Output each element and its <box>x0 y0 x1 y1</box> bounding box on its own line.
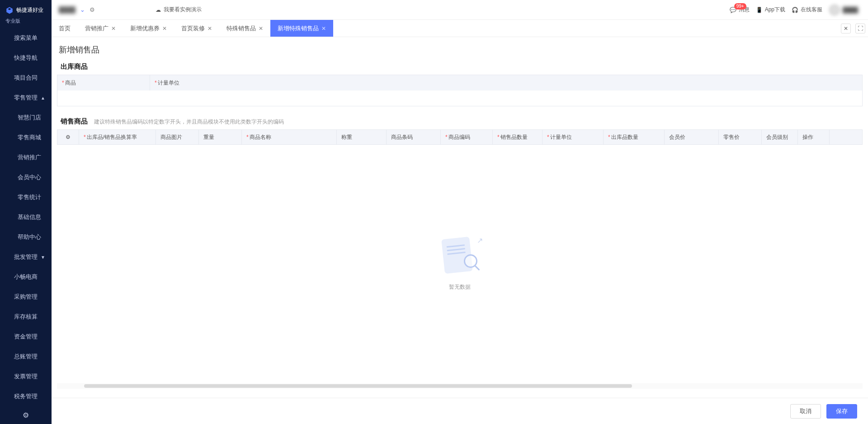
close-icon[interactable]: ✕ <box>208 25 212 32</box>
sales-table-header: ⚙ *出库品/销售品换算率商品图片重量*商品名称称重商品条码*商品编码*销售品数… <box>57 129 863 145</box>
mobile-icon: 📱 <box>756 7 763 13</box>
sidebar-settings[interactable]: ⚙ <box>0 406 52 424</box>
cloud-icon: ☁ <box>156 7 161 13</box>
sales-col-7: *销售品数量 <box>493 130 542 144</box>
horizontal-scrollbar[interactable] <box>57 383 863 389</box>
outbound-title: 出库商品 <box>61 62 88 71</box>
cancel-button[interactable]: 取消 <box>790 404 821 419</box>
sidebar-item-4[interactable]: 智慧门店 <box>0 108 52 128</box>
sales-table-body: ↗ 暂无数据 <box>57 145 863 381</box>
tab-label: 特殊销售品 <box>226 24 256 33</box>
sidebar-item-18[interactable]: 税务管理 <box>0 386 52 406</box>
header-bar: ████ ⌄ ⚙ ☁ 我要看实例演示 💬 99+ 消息 📱 App下载 🎧 在线… <box>52 0 868 20</box>
sidebar-item-0[interactable]: 搜索菜单 <box>0 28 52 48</box>
sales-col-4: 称重 <box>337 130 387 144</box>
tab-label: 新增特殊销售品 <box>278 24 319 33</box>
tab-label: 首页 <box>59 24 71 33</box>
tab-3[interactable]: 首页装修✕ <box>174 20 219 37</box>
sales-col-2: 重量 <box>199 130 242 144</box>
sales-col-0: *出库品/销售品换算率 <box>79 130 156 144</box>
sidebar-item-15[interactable]: 资金管理 <box>0 327 52 347</box>
sales-col-6: *商品编码 <box>441 130 493 144</box>
sidebar-item-12[interactable]: 小畅电商 <box>0 267 52 287</box>
outbound-row[interactable] <box>57 91 862 106</box>
caret-down-icon: ▼ <box>41 255 45 260</box>
sidebar-item-7[interactable]: 会员中心 <box>0 167 52 187</box>
user-menu[interactable]: ████ <box>829 4 861 16</box>
tab-1[interactable]: 营销推广✕ <box>78 20 123 37</box>
org-name: ████ <box>59 6 75 13</box>
gear-icon[interactable]: ⚙ <box>90 6 95 13</box>
sales-col-13: 操作 <box>798 130 830 144</box>
avatar <box>829 4 840 16</box>
footer-actions: 取消 保存 <box>52 398 868 424</box>
headset-icon: 🎧 <box>792 7 798 13</box>
tab-2[interactable]: 新增优惠券✕ <box>123 20 174 37</box>
tab-5[interactable]: 新增特殊销售品✕ <box>270 20 333 37</box>
sales-col-12: 会员级别 <box>762 130 798 144</box>
customer-service-button[interactable]: 🎧 在线客服 <box>792 6 822 14</box>
demo-label: 我要看实例演示 <box>164 6 202 14</box>
sidebar-item-2[interactable]: 项目合同 <box>0 68 52 88</box>
close-icon[interactable]: ✕ <box>111 25 116 32</box>
empty-state-illustration: ↗ <box>435 235 485 276</box>
close-icon[interactable]: ✕ <box>321 25 326 32</box>
username: ████ <box>843 7 861 13</box>
sales-title: 销售商品 <box>61 117 88 126</box>
sales-col-9: *出库品数量 <box>604 130 665 144</box>
brand-icon <box>5 6 14 14</box>
gear-icon: ⚙ <box>23 411 29 419</box>
sidebar-item-17[interactable]: 发票管理 <box>0 367 52 386</box>
sales-col-8: *计量单位 <box>542 130 604 144</box>
empty-state-text: 暂无数据 <box>449 283 471 291</box>
sales-col-10: 会员价 <box>665 130 719 144</box>
fullscreen-button[interactable]: ⛶ <box>855 24 865 33</box>
sales-hint: 建议特殊销售品编码以特定数字开头，并且商品模块不使用此类数字开头的编码 <box>94 118 284 126</box>
brand-name: 畅捷通好业 <box>16 6 43 14</box>
sidebar-item-1[interactable]: 快捷导航 <box>0 48 52 68</box>
close-icon[interactable]: ✕ <box>259 25 263 32</box>
sales-section: 销售商品 建议特殊销售品编码以特定数字开头，并且商品模块不使用此类数字开头的编码… <box>57 115 863 389</box>
sidebar-item-3[interactable]: 零售管理▲ <box>0 88 52 108</box>
demo-link[interactable]: ☁ 我要看实例演示 <box>156 6 202 14</box>
sales-col-11: 零售价 <box>719 130 762 144</box>
outbound-table: *商品 *计量单位 <box>57 75 863 106</box>
sidebar-item-6[interactable]: 营销推广 <box>0 148 52 167</box>
tab-label: 营销推广 <box>85 24 108 33</box>
save-button[interactable]: 保存 <box>826 404 857 419</box>
outbound-col-product: *商品 <box>57 75 150 91</box>
sidebar-item-14[interactable]: 库存核算 <box>0 307 52 327</box>
tab-label: 新增优惠券 <box>130 24 160 33</box>
sidebar-item-8[interactable]: 零售统计 <box>0 187 52 207</box>
sidebar-item-11[interactable]: 批发管理▼ <box>0 247 52 267</box>
caret-up-icon: ▲ <box>41 95 45 100</box>
sidebar-item-9[interactable]: 基础信息 <box>0 207 52 227</box>
message-button[interactable]: 💬 99+ 消息 <box>730 6 750 14</box>
sidebar-item-10[interactable]: 帮助中心 <box>0 227 52 247</box>
outbound-col-unit: *计量单位 <box>150 75 862 91</box>
table-settings-button[interactable]: ⚙ <box>57 130 79 144</box>
outbound-section: 出库商品 *商品 *计量单位 <box>57 61 863 106</box>
app-download-label: App下载 <box>765 6 785 14</box>
close-icon[interactable]: ✕ <box>162 25 167 32</box>
sidebar: 畅捷通好业 专业版 搜索菜单快捷导航项目合同零售管理▲智慧门店零售商城营销推广会… <box>0 0 52 424</box>
service-label: 在线客服 <box>801 6 822 14</box>
app-download-button[interactable]: 📱 App下载 <box>756 6 785 14</box>
sidebar-item-5[interactable]: 零售商城 <box>0 128 52 148</box>
sales-col-1: 商品图片 <box>156 130 199 144</box>
page-title: 新增销售品 <box>57 43 863 61</box>
gear-icon: ⚙ <box>66 134 71 140</box>
sales-col-3: *商品名称 <box>242 130 337 144</box>
sidebar-item-13[interactable]: 采购管理 <box>0 287 52 307</box>
sales-col-5: 商品条码 <box>387 130 441 144</box>
brand-edition: 专业版 <box>0 18 52 24</box>
tab-0[interactable]: 首页 <box>52 20 78 37</box>
org-selector[interactable]: ████ ⌄ ⚙ <box>59 6 149 13</box>
message-badge: 99+ <box>734 3 746 10</box>
close-all-tabs-button[interactable]: ✕ <box>841 24 851 33</box>
tab-bar: 首页营销推广✕新增优惠券✕首页装修✕特殊销售品✕新增特殊销售品✕ ✕ ⛶ <box>52 20 868 37</box>
chevron-down-icon: ⌄ <box>80 6 85 13</box>
sidebar-item-16[interactable]: 总账管理 <box>0 347 52 367</box>
tab-4[interactable]: 特殊销售品✕ <box>219 20 270 37</box>
tab-label: 首页装修 <box>181 24 205 33</box>
